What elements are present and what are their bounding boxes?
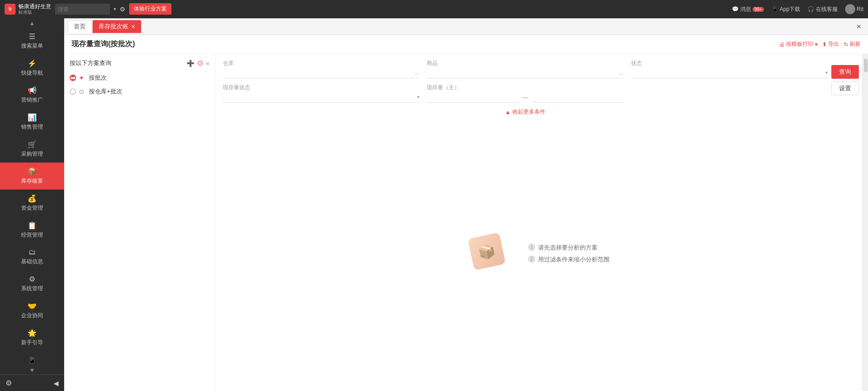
main-qty-label: 现存量（主）	[427, 84, 623, 92]
sidebar-item-purchase[interactable]: 🛒 采购管理	[0, 136, 64, 163]
goods-dots[interactable]: ...	[619, 70, 624, 76]
page-content: 现存量查询(按批次) 🖨 按模板打印 ▾ ⬆ 导出 ↻ 刷新	[64, 35, 868, 391]
tab-close-icon[interactable]: ✕	[131, 24, 135, 30]
sidebar-scroll-up[interactable]: ▲	[0, 18, 64, 27]
tab-inventory-batch[interactable]: 库存批次账 ✕	[93, 20, 141, 33]
filter-add-icon[interactable]: ➕	[187, 60, 194, 67]
top-bar-left: b 畅康通好生意 标准版 ▾ ⚙ 体验行业方案	[5, 3, 171, 15]
print-button[interactable]: 🖨 按模板打印 ▾	[779, 40, 818, 48]
avatar-icon	[845, 4, 855, 14]
app-download-item[interactable]: 📱 App下载	[771, 5, 800, 13]
empty-tips: 1 请先选择要分析的方案 2 用过滤条件来缩小分析范围	[528, 244, 610, 264]
scroll-handle[interactable]	[864, 59, 868, 72]
warehouse-input[interactable]	[223, 69, 415, 76]
right-scrollbar[interactable]	[863, 54, 868, 391]
search-menu-icon: ☰	[29, 32, 35, 41]
sidebar-item-search[interactable]: ☰ 搜索菜单	[0, 27, 64, 54]
sidebar-label-quicknav: 快捷导航	[21, 69, 43, 77]
goods-input[interactable]	[427, 69, 619, 76]
logo-area: b 畅康通好生意 标准版	[5, 3, 51, 15]
filter-row-1: 仓库 ... 商品	[223, 60, 828, 78]
search-dropdown-icon[interactable]: ▾	[114, 6, 116, 11]
sidebar-settings-icon[interactable]: ⚙	[5, 379, 12, 387]
top-bar: b 畅康通好生意 标准版 ▾ ⚙ 体验行业方案 💬 消息 99+ 📱 App下载…	[0, 0, 868, 18]
filter-option-warehouse-batch[interactable]: ⊙ 按仓库+批次	[64, 85, 215, 98]
page-header: 现存量查询(按批次) 🖨 按模板打印 ▾ ⬆ 导出 ↻ 刷新	[64, 35, 868, 54]
stock-status-label: 现存量状态	[223, 84, 419, 92]
system-icon: ⚙	[29, 275, 35, 283]
export-button[interactable]: ⬆ 导出	[822, 40, 839, 48]
tab-close-right-button[interactable]: ✕	[853, 21, 864, 32]
gear-icon[interactable]: ⚙	[120, 5, 126, 13]
filter-row-2: 现存量状态 ▾ 现存量（主）	[223, 84, 828, 103]
sidebar-item-marketing[interactable]: 📢 营销推广	[0, 81, 64, 109]
sidebar-label-management: 经营管理	[21, 231, 43, 239]
message-icon: 💬	[732, 6, 739, 12]
finance-icon: 💰	[27, 194, 37, 203]
status-chevron-icon: ▾	[825, 70, 828, 75]
main-qty-to-input[interactable]	[532, 93, 624, 100]
basic-icon: 🗂	[28, 248, 36, 256]
sidebar-item-basic[interactable]: 🗂 基础信息	[0, 244, 64, 270]
empty-tip-2: 2 用过滤条件来缩小分析范围	[528, 255, 610, 264]
refresh-label: 刷新	[850, 40, 861, 48]
quicknav-icon: ⚡	[27, 59, 37, 68]
sidebar-item-sales[interactable]: 📊 销售管理	[0, 109, 64, 136]
filter-left-panel: 按以下方案查询 ➕ ⊙ « ✦ 按批次 ⊙	[64, 54, 215, 391]
sidebar-item-guide[interactable]: 🌟 新手引导	[0, 324, 64, 351]
app-name: 畅康通好生意	[18, 3, 51, 10]
stock-status-select[interactable]	[223, 93, 417, 100]
filter-field-goods: 商品 ...	[427, 60, 623, 78]
warehouse-batch-icon: ⊙	[79, 88, 84, 95]
user-avatar[interactable]: Rit	[845, 4, 863, 14]
sidebar-item-system[interactable]: ⚙ 系统管理	[0, 270, 64, 297]
filter-right: 仓库 ... 商品	[223, 60, 831, 116]
tab-home[interactable]: 首页	[68, 20, 92, 33]
search-box[interactable]	[55, 4, 110, 15]
user-name: Rit	[857, 6, 863, 12]
warehouse-dots[interactable]: ...	[415, 70, 419, 76]
refresh-icon: ↻	[844, 41, 848, 48]
settings-button[interactable]: 设置	[831, 81, 859, 95]
filter-option-batch[interactable]: ✦ 按批次	[64, 71, 215, 85]
batch-star-icon: ✦	[79, 74, 84, 81]
radio-warehouse-batch	[70, 88, 76, 95]
sidebar-label-purchase: 采购管理	[21, 150, 43, 158]
stock-status-select-wrapper: ▾	[223, 93, 419, 103]
main-qty-from-input[interactable]	[427, 93, 518, 100]
export-label: 导出	[828, 40, 839, 48]
sidebar-item-inventory[interactable]: 📦 库存核算	[0, 163, 64, 190]
qty-dash: —	[522, 94, 528, 103]
sidebar-item-management[interactable]: 📋 经营管理	[0, 217, 64, 244]
appcenter-icon: 📱	[27, 356, 37, 364]
empty-icon: 📦	[468, 231, 514, 277]
status-select[interactable]	[631, 69, 825, 76]
sidebar-collapse-icon[interactable]: ◀	[54, 380, 59, 387]
collapse-up-icon: ▲	[505, 109, 511, 115]
sidebar-label-enterprise: 企业协同	[21, 312, 43, 320]
filter-collapse-icon[interactable]: «	[206, 60, 209, 67]
refresh-button[interactable]: ↻ 刷新	[844, 40, 861, 48]
messages-item[interactable]: 💬 消息 99+	[732, 5, 764, 13]
phone-icon: 📱	[771, 6, 778, 12]
search-input[interactable]	[58, 6, 107, 12]
query-button[interactable]: 查询	[831, 65, 859, 79]
experience-button[interactable]: 体验行业方案	[129, 3, 171, 15]
sidebar-item-finance[interactable]: 💰 资金管理	[0, 190, 64, 217]
sidebar-item-quicknav[interactable]: ⚡ 快捷导航	[0, 54, 64, 81]
sidebar-bottom: ⚙ ◀	[0, 375, 64, 391]
action-buttons: 查询 设置	[831, 60, 863, 95]
sales-icon: 📊	[27, 113, 37, 122]
app-download-label: App下载	[780, 5, 800, 13]
sidebar-item-appcenter[interactable]: 📱 应用中心	[0, 351, 64, 365]
print-dropdown-icon[interactable]: ▾	[815, 41, 818, 48]
main-layout: ▲ ☰ 搜索菜单 ⚡ 快捷导航 📢 营销推广 📊 销售管理 🛒 采购管理	[0, 18, 868, 391]
tab-inventory-batch-label: 库存批次账	[99, 22, 128, 31]
collapse-conditions-btn[interactable]: ▲ 收起更多条件	[223, 108, 828, 116]
filter-field-stock-status: 现存量状态 ▾	[223, 84, 419, 103]
sidebar-item-enterprise[interactable]: 🤝 企业协同	[0, 297, 64, 324]
filter-setting-icon[interactable]: ⊙	[197, 59, 203, 67]
sidebar-scroll-down[interactable]: ▼	[0, 365, 64, 375]
online-service-item[interactable]: 🎧 在线客服	[808, 5, 838, 13]
sidebar: ▲ ☰ 搜索菜单 ⚡ 快捷导航 📢 营销推广 📊 销售管理 🛒 采购管理	[0, 18, 64, 391]
